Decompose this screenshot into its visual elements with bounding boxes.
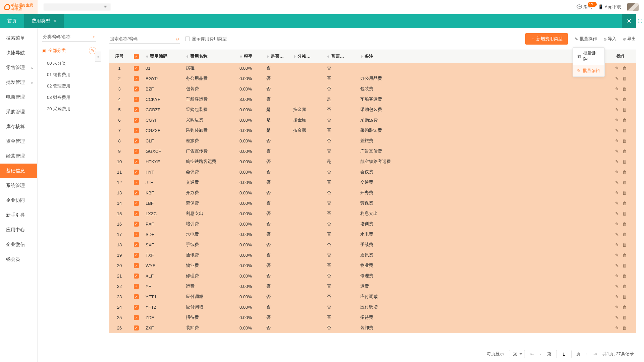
row-edit-button[interactable]: ✎ <box>615 128 619 133</box>
cell-checkbox[interactable]: ✓ <box>129 292 143 302</box>
leftnav-item[interactable]: 资金管理 <box>0 134 37 149</box>
th-code[interactable]: ▲▼费用编码 <box>143 50 183 63</box>
row-delete-button[interactable]: 🗑 <box>622 305 627 310</box>
table-row[interactable]: 8✓CLF差旅费0.00%否否差旅费✎🗑 <box>109 136 636 146</box>
row-delete-button[interactable]: 🗑 <box>622 159 627 164</box>
search-icon[interactable]: ⌕ <box>176 36 179 41</box>
leftnav-item[interactable]: 搜索菜单 <box>0 31 37 46</box>
table-row[interactable]: 14✓LBF劳保费0.00%否否劳保费✎🗑 <box>109 198 636 208</box>
row-edit-button[interactable]: ✎ <box>615 232 619 237</box>
batch-ops-button[interactable]: ✎ 批量操作 <box>575 36 597 42</box>
category-item[interactable]: 20 采购费用 <box>38 103 101 115</box>
fullscreen-button[interactable]: ⛶ <box>636 14 644 28</box>
row-edit-button[interactable]: ✎ <box>615 274 619 279</box>
cell-checkbox[interactable]: ✓ <box>129 229 143 240</box>
close-all-tabs-button[interactable]: ✕ <box>622 14 636 28</box>
leftnav-item[interactable]: 基础信息 <box>0 164 37 178</box>
category-item[interactable]: 00 未分类 <box>38 58 101 69</box>
table-row[interactable]: 4✓CCKYF车船客运费3.00%否是车船客运费✎🗑 <box>109 94 636 105</box>
table-row[interactable]: 17✓SDF水电费0.00%否否水电费✎🗑 <box>109 229 636 240</box>
pager-prev[interactable]: ‹ <box>539 352 542 357</box>
messages-button[interactable]: 💬 消息 99+ <box>577 4 592 10</box>
pager-first[interactable]: ⇤ <box>530 352 535 357</box>
table-row[interactable]: 26✓ZXF装卸费0.00%否否装卸费✎🗑 <box>109 323 636 333</box>
table-row[interactable]: 16✓PXF培训费0.00%否否培训费✎🗑 <box>109 219 636 229</box>
th-yn2[interactable]: ▲▼普票… <box>324 50 358 63</box>
th-rate[interactable]: ▲▼税率 <box>237 50 264 63</box>
row-edit-button[interactable]: ✎ <box>615 315 619 320</box>
table-row[interactable]: 22✓YF运费0.00%否否运费✎🗑 <box>109 281 636 292</box>
org-selector[interactable] <box>44 3 111 11</box>
row-delete-button[interactable]: 🗑 <box>622 138 627 143</box>
cell-checkbox[interactable]: ✓ <box>129 208 143 219</box>
cell-checkbox[interactable]: ✓ <box>129 219 143 229</box>
row-edit-button[interactable]: ✎ <box>615 66 619 71</box>
table-row[interactable]: 24✓YFTZ应付调增0.00%否否应付调增✎🗑 <box>109 302 636 312</box>
row-delete-button[interactable]: 🗑 <box>622 325 627 330</box>
pager-next[interactable]: › <box>585 352 588 357</box>
category-item[interactable]: 03 财务费用 <box>38 92 101 103</box>
avatar[interactable] <box>627 3 639 11</box>
leftnav-item[interactable]: 经营管理 <box>0 149 37 164</box>
app-download-button[interactable]: 📱 App下载 <box>598 4 621 10</box>
row-edit-button[interactable]: ✎ <box>615 180 619 185</box>
table-row[interactable]: 5✓CGBZF采购包装费0.00%是按金额否采购包装费✎🗑 <box>109 105 636 115</box>
per-page-select[interactable]: 50 <box>509 350 525 358</box>
row-delete-button[interactable]: 🗑 <box>622 242 627 247</box>
table-row[interactable]: 2✓BGYP办公用品费0.00%否否办公用品费✎🗑 <box>109 73 636 84</box>
row-delete-button[interactable]: 🗑 <box>622 263 627 268</box>
row-delete-button[interactable]: 🗑 <box>622 149 627 154</box>
row-delete-button[interactable]: 🗑 <box>622 128 627 133</box>
row-delete-button[interactable]: 🗑 <box>622 222 627 227</box>
cell-checkbox[interactable]: ✓ <box>129 302 143 312</box>
all-categories[interactable]: ▣ 全部分类 <box>42 48 66 54</box>
row-edit-button[interactable]: ✎ <box>615 211 619 216</box>
th-note[interactable]: ▲▼备注 <box>358 50 606 63</box>
table-row[interactable]: 18✓SXF手续费0.00%否否手续费✎🗑 <box>109 240 636 250</box>
row-edit-button[interactable]: ✎ <box>615 97 619 102</box>
row-delete-button[interactable]: 🗑 <box>622 86 627 92</box>
leftnav-item[interactable]: 批发管理▸ <box>0 75 37 90</box>
row-edit-button[interactable]: ✎ <box>615 190 619 195</box>
table-row[interactable]: 12✓JTF交通费0.00%否否交通费✎🗑 <box>109 177 636 188</box>
tab-home[interactable]: 首页 <box>0 14 24 28</box>
row-delete-button[interactable]: 🗑 <box>622 315 627 320</box>
row-delete-button[interactable]: 🗑 <box>622 107 627 112</box>
pager-last[interactable]: ⇥ <box>593 352 598 357</box>
row-delete-button[interactable]: 🗑 <box>622 66 627 71</box>
row-edit-button[interactable]: ✎ <box>615 201 619 206</box>
row-edit-button[interactable]: ✎ <box>615 294 619 299</box>
row-delete-button[interactable]: 🗑 <box>622 118 627 123</box>
row-edit-button[interactable]: ✎ <box>615 86 619 92</box>
new-fee-type-button[interactable]: ＋ 新增费用类型 <box>525 33 568 45</box>
row-delete-button[interactable]: 🗑 <box>622 232 627 237</box>
row-edit-button[interactable]: ✎ <box>615 149 619 154</box>
leftnav-item[interactable]: 畅会员 <box>0 252 37 267</box>
collapse-sidebar-button[interactable]: « <box>95 52 101 62</box>
close-icon[interactable]: ✕ <box>53 19 56 23</box>
cell-checkbox[interactable]: ✓ <box>129 281 143 292</box>
tab-fee-type[interactable]: 费用类型 ✕ <box>24 14 64 28</box>
table-row[interactable]: 11✓HYF会议费0.00%否否会议费✎🗑 <box>109 167 636 177</box>
table-row[interactable]: 6✓CGYF采购运费0.00%是按金额否采购运费✎🗑 <box>109 115 636 125</box>
leftnav-item[interactable]: 快捷导航 <box>0 46 37 60</box>
category-item[interactable]: 02 管理费用 <box>38 80 101 92</box>
row-delete-button[interactable]: 🗑 <box>622 211 627 216</box>
leftnav-item[interactable]: 应用中心 <box>0 223 37 237</box>
row-edit-button[interactable]: ✎ <box>615 170 619 175</box>
cell-checkbox[interactable]: ✓ <box>129 177 143 188</box>
cell-checkbox[interactable]: ✓ <box>129 63 143 73</box>
leftnav-item[interactable]: 库存核算 <box>0 119 37 134</box>
cell-checkbox[interactable]: ✓ <box>129 146 143 157</box>
row-delete-button[interactable]: 🗑 <box>622 253 627 258</box>
table-row[interactable]: 13✓KBF开办费0.00%否否开办费✎🗑 <box>109 188 636 198</box>
row-edit-button[interactable]: ✎ <box>615 305 619 310</box>
table-row[interactable]: 25✓ZDF招待费0.00%否否招待费✎🗑 <box>109 312 636 323</box>
row-edit-button[interactable]: ✎ <box>615 138 619 143</box>
row-delete-button[interactable]: 🗑 <box>622 274 627 279</box>
table-row[interactable]: 1✓01房租0.00%否否✎🗑 <box>109 63 636 73</box>
batch-edit-item[interactable]: ✎ 批量编辑 <box>573 65 604 76</box>
row-edit-button[interactable]: ✎ <box>615 325 619 330</box>
leftnav-item[interactable]: 新手引导 <box>0 208 37 223</box>
row-delete-button[interactable]: 🗑 <box>622 170 627 175</box>
